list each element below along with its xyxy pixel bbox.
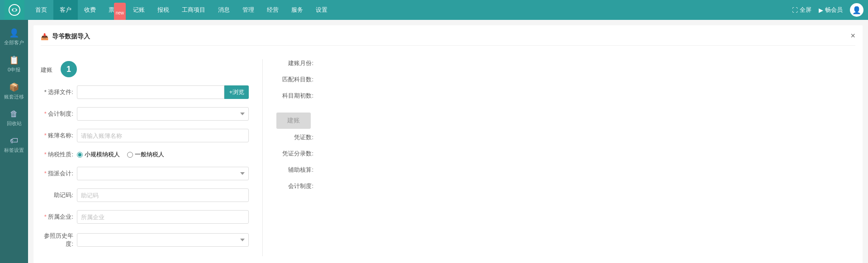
avatar-icon: 👤 bbox=[852, 6, 861, 14]
svg-point-1 bbox=[13, 9, 16, 11]
page-container: 📥 导爷数据导入 × 建账 1 * 选择文件: bbox=[33, 25, 863, 263]
member-btn[interactable]: ▶ 畅会员 bbox=[819, 6, 843, 14]
general-taxpayer-option[interactable]: 一般纳税人 bbox=[127, 150, 164, 159]
right-accounting-system-label: 会计制度: bbox=[276, 182, 317, 190]
accountant-label: 指派会计: bbox=[41, 169, 77, 178]
form-right: 建账月份: 匹配科目数: 科目期初数: 建账 凭证 bbox=[276, 59, 855, 256]
init-period-label: 科目期初数: bbox=[276, 92, 317, 100]
logo bbox=[5, 0, 24, 20]
account-name-input[interactable] bbox=[77, 129, 249, 142]
nav-message[interactable]: 消息 bbox=[212, 0, 236, 20]
company-row: 所属企业: bbox=[41, 210, 249, 224]
company-input[interactable] bbox=[77, 210, 249, 224]
right-accounting-system-row: 会计制度: bbox=[276, 182, 855, 190]
small-taxpayer-option[interactable]: 小规模纳税人 bbox=[77, 150, 120, 159]
account-name-label: 账簿名称: bbox=[41, 132, 77, 140]
close-button[interactable]: × bbox=[850, 32, 855, 40]
small-taxpayer-label: 小规模纳税人 bbox=[85, 150, 120, 159]
page-header: 📥 导爷数据导入 bbox=[41, 33, 855, 46]
memo-row: 助记码: bbox=[41, 188, 249, 202]
memo-label: 助记码: bbox=[41, 191, 77, 199]
nav-items: 首页 客户 收费 票据 new 记账 报税 工商项目 消息 管理 经营 服务 设… bbox=[29, 0, 792, 20]
logo-icon bbox=[8, 4, 21, 16]
form-divider bbox=[262, 59, 263, 256]
file-row: * 选择文件: +浏览 bbox=[41, 85, 249, 99]
nav-settings[interactable]: 设置 bbox=[309, 0, 334, 20]
fullscreen-btn[interactable]: ⛶ 全屏 bbox=[792, 6, 811, 14]
nav-fee[interactable]: 收费 bbox=[78, 0, 102, 20]
nav-home[interactable]: 首页 bbox=[29, 0, 53, 20]
tag-settings-icon: 🏷 bbox=[10, 136, 18, 146]
sidebar-item-zero-report[interactable]: 📋 0申报 bbox=[0, 52, 28, 77]
accounting-system-row: 会计制度: bbox=[41, 107, 249, 121]
all-customers-icon: 👤 bbox=[9, 28, 19, 38]
nav-operation[interactable]: 经营 bbox=[261, 0, 285, 20]
memo-input[interactable] bbox=[77, 188, 249, 202]
step-badge: 1 bbox=[61, 61, 77, 77]
browse-button[interactable]: +浏览 bbox=[224, 85, 249, 99]
accounting-system-label: 会计制度: bbox=[41, 110, 77, 118]
voucher-count-label: 凭证数: bbox=[276, 133, 317, 141]
general-taxpayer-label: 一般纳税人 bbox=[135, 150, 164, 159]
nav-business[interactable]: 工商项目 bbox=[175, 0, 212, 20]
build-account-button[interactable]: 建账 bbox=[276, 113, 311, 129]
sidebar-item-recycle-bin[interactable]: 🗑 回收站 bbox=[0, 106, 28, 131]
nav-right: ⛶ 全屏 ▶ 畅会员 👤 bbox=[792, 3, 863, 17]
general-taxpayer-radio[interactable] bbox=[127, 152, 133, 158]
setup-month-row: 建账月份: bbox=[276, 59, 855, 67]
top-navigation: 首页 客户 收费 票据 new 记账 报税 工商项目 消息 管理 经营 服务 设… bbox=[0, 0, 868, 20]
init-period-row: 科目期初数: bbox=[276, 92, 855, 100]
match-subjects-row: 匹配科目数: bbox=[276, 75, 855, 84]
fullscreen-icon: ⛶ bbox=[792, 7, 798, 14]
nav-manage[interactable]: 管理 bbox=[236, 0, 261, 20]
aux-accounting-label: 辅助核算: bbox=[276, 166, 317, 174]
member-icon: ▶ bbox=[819, 7, 823, 14]
file-label: * 选择文件: bbox=[41, 88, 77, 96]
page-title-icon: 📥 bbox=[41, 33, 48, 40]
voucher-entries-row: 凭证分录数: bbox=[276, 150, 855, 158]
file-input-group: +浏览 bbox=[77, 85, 249, 99]
tax-type-radio-group: 小规模纳税人 一般纳税人 bbox=[77, 150, 249, 159]
accountant-row: 指派会计: bbox=[41, 167, 249, 180]
zero-report-icon: 📋 bbox=[9, 55, 19, 65]
step-label: 建账 bbox=[41, 62, 52, 74]
account-name-row: 账簿名称: bbox=[41, 129, 249, 142]
page-title: 导爷数据导入 bbox=[52, 33, 90, 41]
step-section: 建账 1 bbox=[41, 59, 249, 85]
form-left: 建账 1 * 选择文件: +浏览 会计制度: bbox=[41, 59, 249, 256]
history-year-label: 参照历史年度: bbox=[41, 232, 77, 248]
sidebar: 👤 全部客户 📋 0申报 📦 账套迁移 🗑 回收站 🏷 标签设置 bbox=[0, 20, 28, 263]
sidebar-item-all-customers[interactable]: 👤 全部客户 bbox=[0, 24, 28, 50]
aux-accounting-row: 辅助核算: bbox=[276, 166, 855, 174]
account-migration-icon: 📦 bbox=[9, 82, 19, 92]
setup-month-label: 建账月份: bbox=[276, 59, 317, 67]
tax-type-label: 纳税性质: bbox=[41, 150, 77, 159]
small-taxpayer-radio[interactable] bbox=[77, 152, 83, 158]
tax-type-row: 纳税性质: 小规模纳税人 一般纳税人 bbox=[41, 150, 249, 159]
sidebar-item-tag-settings[interactable]: 🏷 标签设置 bbox=[0, 132, 28, 157]
accountant-select[interactable] bbox=[77, 167, 249, 180]
form-layout: 建账 1 * 选择文件: +浏览 会计制度: bbox=[41, 55, 855, 261]
sidebar-item-account-migration[interactable]: 📦 账套迁移 bbox=[0, 79, 28, 104]
company-label: 所属企业: bbox=[41, 213, 77, 221]
accounting-system-select[interactable] bbox=[77, 107, 249, 121]
nav-invoice[interactable]: 票据 new bbox=[102, 0, 127, 20]
nav-bookkeeping[interactable]: 记账 bbox=[127, 0, 151, 20]
recycle-bin-icon: 🗑 bbox=[10, 109, 18, 119]
voucher-entries-label: 凭证分录数: bbox=[276, 150, 317, 158]
avatar[interactable]: 👤 bbox=[850, 3, 863, 17]
nav-customer[interactable]: 客户 bbox=[53, 0, 78, 20]
history-year-select[interactable] bbox=[77, 233, 249, 247]
match-subjects-label: 匹配科目数: bbox=[276, 75, 317, 84]
voucher-count-row: 凭证数: bbox=[276, 133, 855, 141]
file-input[interactable] bbox=[77, 85, 224, 99]
main-layout: 👤 全部客户 📋 0申报 📦 账套迁移 🗑 回收站 🏷 标签设置 📥 导爷数据导… bbox=[0, 20, 868, 263]
history-year-row: 参照历史年度: bbox=[41, 232, 249, 248]
nav-service[interactable]: 服务 bbox=[285, 0, 309, 20]
nav-tax[interactable]: 报税 bbox=[151, 0, 175, 20]
content-area: 📥 导爷数据导入 × 建账 1 * 选择文件: bbox=[28, 20, 868, 263]
